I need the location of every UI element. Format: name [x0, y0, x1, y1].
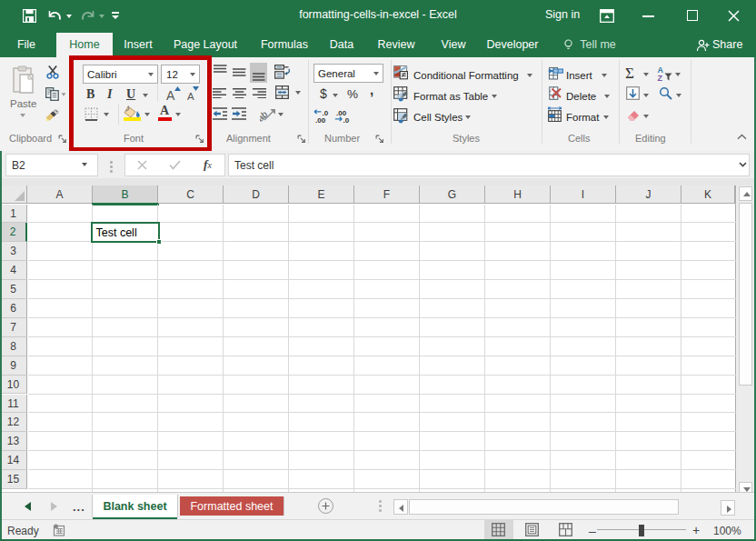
svg-text:Z: Z	[658, 74, 663, 82]
svg-text:.0: .0	[343, 116, 350, 124]
svg-text:.00: .00	[315, 116, 326, 124]
